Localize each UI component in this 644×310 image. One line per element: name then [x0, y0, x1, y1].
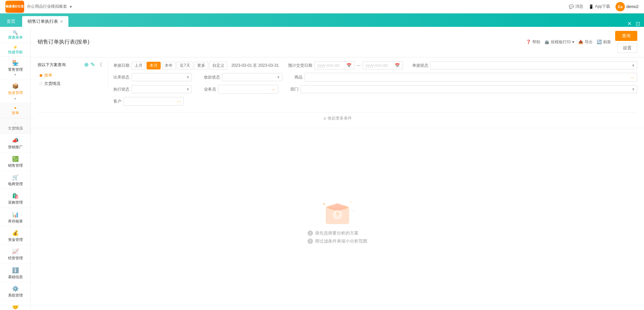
- scheme-panel: 按以下方案查询 ⊕ ✎ 《 按单 欠货情况: [38, 61, 108, 88]
- salesperson-dots[interactable]: ···: [271, 87, 275, 92]
- collapse-bar[interactable]: ∧ 收起更多条件: [38, 112, 637, 124]
- scheme-header-actions: ⊕ ✎ 《: [84, 61, 102, 68]
- delivery-status-select[interactable]: ▾: [131, 73, 192, 81]
- sidebar-item-inventory[interactable]: 📊 库存核算: [0, 208, 31, 226]
- tab-close-icon[interactable]: ✕: [60, 19, 63, 24]
- empty-svg: ?: [317, 194, 358, 227]
- delivery-status-group: 出库状态 ▾: [113, 73, 192, 81]
- export-btn[interactable]: 📤 导出: [578, 39, 593, 45]
- sidebar-nav-label: 快捷导航: [0, 50, 31, 55]
- date-btn-last-month[interactable]: 上月: [131, 62, 146, 69]
- tip-2-num: 2: [308, 239, 313, 244]
- query-btn[interactable]: 查询: [615, 31, 637, 41]
- scheme-order-dot: [40, 74, 42, 77]
- basic-label: 基础信息: [8, 274, 23, 279]
- marketing-label: 营销推广: [8, 145, 23, 149]
- message-icon: 💬: [569, 4, 574, 9]
- goods-dots[interactable]: ···: [630, 74, 634, 80]
- window-expand-btn[interactable]: ⊡: [636, 20, 640, 27]
- expected-date-to[interactable]: yyyy-mm-dd 📅: [363, 61, 403, 69]
- scheme-add-icon[interactable]: ⊕: [84, 61, 89, 68]
- debt-label: 欠货情况: [8, 126, 23, 131]
- sidebar-item-ecommerce[interactable]: 🛒 电商管理: [0, 171, 31, 189]
- help-btn[interactable]: ❓ 帮助: [526, 39, 540, 45]
- window-close-btn[interactable]: ✕: [627, 20, 632, 27]
- customer-label: 客户: [113, 99, 121, 104]
- inventory-label: 库存核算: [8, 219, 23, 223]
- date-btn-this-year[interactable]: 本年: [162, 62, 176, 69]
- department-group: 部门 ▾: [290, 85, 637, 93]
- sidebar-item-enterprise[interactable]: 🤝 企业协同: [0, 301, 31, 310]
- department-select[interactable]: ▾: [301, 85, 637, 93]
- empty-tip-1: 1 请先选择要分析的方案: [308, 230, 367, 236]
- scheme-order-label: 按单: [44, 72, 52, 78]
- order-status-select[interactable]: ▾: [430, 61, 637, 69]
- date-btn-this-month[interactable]: 本月: [147, 62, 161, 69]
- header-dropdown-btn[interactable]: ▾: [70, 4, 72, 9]
- ecommerce-icon: 🛒: [12, 174, 19, 180]
- user-profile[interactable]: Ea demo2: [615, 2, 639, 11]
- department-chevron: ▾: [632, 87, 634, 92]
- sidebar-sub-order[interactable]: ● 按单: [0, 103, 31, 118]
- expected-date-from[interactable]: yyyy-mm-dd 📅: [314, 61, 355, 69]
- basic-icon: ℹ️: [12, 267, 19, 273]
- exec-status-label: 执行状态: [113, 87, 129, 92]
- sidebar-item-retail[interactable]: 🏪 零售管理 ▾: [0, 56, 31, 80]
- message-btn[interactable]: 💬 消息: [569, 4, 583, 9]
- sidebar-search[interactable]: 🔍 搜索菜单: [0, 27, 31, 43]
- print-label: 按模板打印: [551, 39, 571, 45]
- sidebar-quick-nav[interactable]: ⚡ 快捷导航: [0, 43, 31, 56]
- retail-label: 零售管理: [8, 67, 23, 72]
- goods-select[interactable]: ···: [305, 73, 637, 82]
- app-download-icon: 📱: [589, 4, 594, 9]
- sidebar-item-wholesale[interactable]: 📦 批发管理 ▴: [0, 80, 31, 103]
- payment-chevron: ▾: [277, 75, 279, 80]
- date-filter-group: 单据日期 上月 本月 本年 近7天 更多 自定义: [113, 62, 227, 69]
- system-label: 系统管理: [8, 293, 23, 298]
- refresh-btn[interactable]: 🔄 刷新: [597, 39, 611, 45]
- scheme-item-debt[interactable]: 欠货情况: [38, 80, 102, 88]
- marketing-icon: 📣: [12, 137, 19, 144]
- salesperson-group: 业务员 ···: [204, 85, 278, 94]
- sidebar-item-basic[interactable]: ℹ️ 基础信息: [0, 264, 31, 282]
- setting-btn[interactable]: 设置: [617, 43, 637, 53]
- sidebar-item-operations[interactable]: 📈 经营管理: [0, 245, 31, 263]
- page-actions: ❓ 帮助 🖨️ 按模板打印 ▾ 📤 导出 🔄 刷新 查询: [526, 31, 637, 57]
- logo-text: 畅捷通好生意: [6, 4, 24, 9]
- sidebar-item-finance[interactable]: 💰 资金管理: [0, 226, 31, 245]
- exec-status-select[interactable]: ▾: [131, 85, 192, 93]
- customer-dots[interactable]: ···: [177, 99, 181, 104]
- scheme-item-order[interactable]: 按单: [38, 71, 102, 80]
- tab-home[interactable]: 首页: [1, 16, 21, 27]
- goods-label: 商品: [294, 74, 303, 80]
- sidebar-item-marketing[interactable]: 📣 营销推广: [0, 134, 31, 152]
- svg-point-6: [323, 203, 325, 205]
- payment-status-select[interactable]: ▾: [222, 73, 282, 81]
- sidebar-item-system[interactable]: ⚙️ 系统管理: [0, 282, 31, 301]
- tab-sales-order[interactable]: 销售订单执行表 ✕: [22, 16, 68, 27]
- goods-group: 商品 ···: [294, 73, 637, 82]
- delivery-chevron: ▾: [187, 75, 189, 80]
- calendar-icon: 📅: [346, 63, 352, 68]
- customer-select[interactable]: ···: [123, 97, 184, 106]
- order-dot-icon: ●: [14, 106, 16, 110]
- scheme-edit-icon[interactable]: ✎: [91, 61, 95, 68]
- sidebar-sub-debt[interactable]: ○ 欠货情况: [0, 118, 31, 134]
- template-print-btn[interactable]: 🖨️ 按模板打印 ▾: [544, 39, 574, 45]
- date-label: 单据日期: [113, 63, 129, 68]
- app-download-btn[interactable]: 📱 App下载: [589, 4, 610, 9]
- exec-status-group: 执行状态 ▾: [113, 85, 192, 93]
- refresh-icon: 🔄: [597, 40, 602, 44]
- tab-sales-order-label: 销售订单执行表: [28, 18, 58, 24]
- salesperson-select[interactable]: ···: [218, 85, 278, 94]
- date-btn-custom[interactable]: 自定义: [209, 62, 227, 69]
- date-range-sep: —: [357, 63, 361, 68]
- date-btn-more[interactable]: 更多: [194, 62, 208, 69]
- date-btn-7days[interactable]: 近7天: [177, 62, 193, 69]
- scheme-collapse-icon[interactable]: 《: [97, 61, 102, 68]
- sidebar-item-sales-mgmt[interactable]: 💹 销售管理: [0, 152, 31, 171]
- sidebar-item-purchase[interactable]: 🛍️ 采购管理: [0, 189, 31, 208]
- username-label: demo2: [626, 4, 639, 9]
- page-title: 销售订单执行表(按单): [38, 39, 90, 50]
- filter-panel: 按以下方案查询 ⊕ ✎ 《 按单 欠货情况: [31, 57, 644, 128]
